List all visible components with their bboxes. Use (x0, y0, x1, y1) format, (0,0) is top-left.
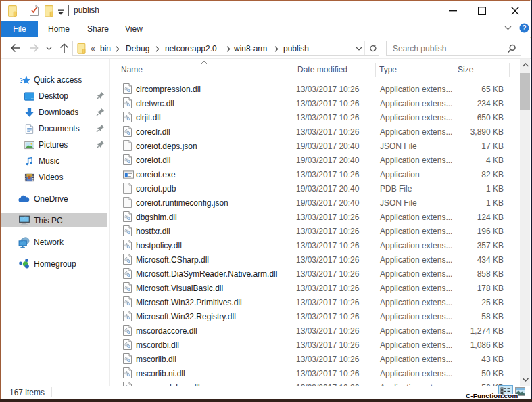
svg-text:?: ? (522, 24, 526, 32)
